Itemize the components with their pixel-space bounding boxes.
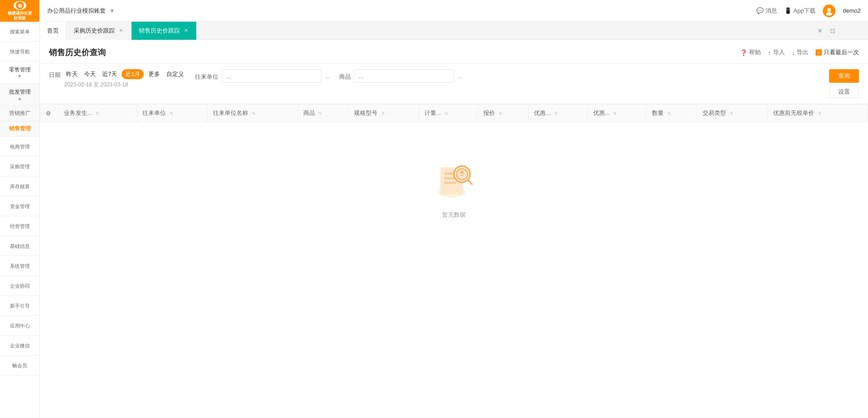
sort-partner-name-icon: ⇅ — [252, 111, 255, 116]
topbar-right: 💬 消息 📱 App下载 demo2 — [756, 5, 861, 17]
tab-purchase-history[interactable]: 采购历史价跟踪 ✕ — [66, 22, 132, 40]
filter-actions: 查询 设置 — [829, 69, 859, 98]
col-business-date[interactable]: 业务发生... ⇅ — [58, 104, 137, 122]
filter-bar: 日期 昨天 今天 近7天 近1月 更多 自定义 2023-02-18 至 202… — [40, 64, 868, 104]
sidebar-item-quick-nav[interactable]: 快捷导航 — [0, 42, 39, 62]
sidebar-item-system[interactable]: 系统管理 — [0, 256, 39, 276]
tab-sales-history[interactable]: 销售历史价跟踪 ✕ — [132, 22, 197, 40]
col-discount-rate[interactable]: 优惠... ⇅ — [528, 104, 587, 122]
sidebar-item-app-center[interactable]: 应用中心 — [0, 316, 39, 336]
empty-state: 暂无数据 — [40, 122, 868, 255]
col-quote-price[interactable]: 报价 ⇅ — [478, 104, 528, 122]
page-header: 销售历史价查询 ❓ 帮助 ↑ 导入 ↓ 导出 ✓ 只看最后一次 — [40, 40, 868, 64]
goods-filter-label: 商品 — [339, 71, 351, 81]
partner-dots: ... — [325, 73, 330, 80]
sidebar-item-finance[interactable]: 资金管理 — [0, 196, 39, 216]
date-filter-group: 日期 昨天 今天 近7天 近1月 更多 自定义 2023-02-18 至 202… — [49, 69, 186, 89]
download-icon: 📱 — [784, 7, 792, 14]
sort-discount-rate-icon: ⇅ — [554, 111, 558, 116]
main-area: 办公用品行业模拟账套 ▼ 💬 消息 📱 App下载 demo2 首页 采购历史价… — [40, 0, 868, 418]
sidebar-item-search-menu[interactable]: 搜索菜单 — [0, 22, 39, 42]
svg-point-3 — [826, 12, 832, 15]
close-all-tabs-button[interactable]: ✕ — [816, 26, 825, 35]
sidebar-item-wholesale-mgmt[interactable]: 批发管理 ▲ — [0, 84, 39, 106]
user-avatar — [823, 5, 835, 17]
date-option-more[interactable]: 更多 — [146, 69, 162, 79]
maximize-button[interactable]: ⊡ — [828, 26, 837, 35]
date-option-custom[interactable]: 自定义 — [165, 69, 186, 79]
col-goods[interactable]: 商品 ⇅ — [297, 104, 348, 122]
empty-text: 暂无数据 — [442, 211, 466, 219]
col-unit[interactable]: 计量... ⇅ — [419, 104, 477, 122]
import-button[interactable]: ↑ 导入 — [768, 48, 785, 57]
sidebar-item-purchase[interactable]: 采购管理 — [0, 157, 39, 176]
date-option-yesterday[interactable]: 昨天 — [64, 69, 80, 79]
svg-rect-13 — [460, 175, 464, 176]
col-settings[interactable]: ⚙ — [40, 104, 58, 122]
app-download-button[interactable]: 📱 App下载 — [784, 7, 816, 15]
sidebar-item-corp-wechat[interactable]: 企业微信 — [0, 336, 39, 356]
message-button[interactable]: 💬 消息 — [756, 7, 777, 15]
sidebar-item-sales-mgmt[interactable]: 销售管理 — [0, 121, 39, 137]
partner-filter-label: 往来单位 — [195, 71, 218, 81]
svg-rect-8 — [444, 182, 457, 184]
help-button[interactable]: ❓ 帮助 — [740, 48, 761, 57]
svg-text:畅: 畅 — [18, 4, 22, 8]
svg-point-2 — [827, 8, 831, 12]
dropdown-icon[interactable]: ▼ — [109, 8, 115, 14]
sort-spec-icon: ⇅ — [381, 111, 385, 116]
table-header: ⚙ 业务发生... ⇅ 往来单位 ⇅ 往来单位名称 ⇅ — [40, 104, 868, 122]
sidebar-item-marketing[interactable]: 营销推广 — [0, 106, 39, 121]
gear-icon: ⚙ — [46, 110, 51, 117]
sidebar-item-inventory[interactable]: 库存核算 — [0, 176, 39, 196]
sort-quote-price-icon: ⇅ — [499, 111, 502, 116]
query-button[interactable]: 查询 — [829, 69, 859, 83]
tabbar: 首页 采购历史价跟踪 ✕ 销售历史价跟踪 ✕ ✕ ⊡ — [40, 22, 868, 40]
sidebar-item-retail-mgmt[interactable]: 零售管理 ▼ — [0, 62, 39, 84]
sort-business-date-icon: ⇅ — [95, 111, 99, 116]
sidebar-item-basic-info[interactable]: 基础信息 — [0, 236, 39, 256]
page-header-actions: ❓ 帮助 ↑ 导入 ↓ 导出 ✓ 只看最后一次 — [740, 48, 859, 57]
export-button[interactable]: ↓ 导出 — [792, 48, 809, 57]
username-label[interactable]: demo2 — [843, 7, 861, 14]
tab-home[interactable]: 首页 — [40, 22, 66, 40]
only-last-checkbox[interactable]: ✓ 只看最后一次 — [816, 48, 859, 57]
topbar-left: 办公用品行业模拟账套 ▼ — [47, 7, 756, 15]
sort-goods-icon: ⇅ — [318, 111, 322, 116]
app-subtitle: 标准版 — [14, 16, 26, 21]
empty-icon — [431, 158, 476, 204]
sidebar-item-guide[interactable]: 新手引导 — [0, 296, 39, 316]
col-partner-code[interactable]: 往来单位 ⇅ — [137, 104, 208, 122]
logo-text: 畅捷通好生意 — [8, 11, 32, 16]
close-sales-tab-button[interactable]: ✕ — [183, 28, 189, 34]
sort-trade-type-icon: ⇅ — [730, 111, 733, 116]
date-option-1month[interactable]: 近1月 — [122, 69, 144, 79]
partner-input[interactable] — [222, 69, 321, 83]
col-partner-name[interactable]: 往来单位名称 ⇅ — [208, 104, 298, 122]
col-trade-type[interactable]: 交易类型 ⇅ — [697, 104, 768, 122]
sidebar-item-member[interactable]: 畅会员 — [0, 356, 39, 375]
col-discount-price[interactable]: 优惠... ⇅ — [587, 104, 646, 122]
col-quantity[interactable]: 数量 ⇅ — [646, 104, 697, 122]
sidebar-item-ecommerce[interactable]: 电商管理 — [0, 137, 39, 157]
sidebar-item-operations[interactable]: 经营管理 — [0, 216, 39, 236]
export-icon: ↓ — [792, 49, 795, 56]
date-filter-label: 日期 — [49, 69, 61, 79]
sort-quantity-icon: ⇅ — [667, 111, 671, 116]
topbar: 办公用品行业模拟账套 ▼ 💬 消息 📱 App下载 demo2 — [40, 0, 868, 22]
date-option-today[interactable]: 今天 — [82, 69, 98, 79]
close-purchase-tab-button[interactable]: ✕ — [118, 28, 124, 34]
logo-icon: 畅 — [14, 1, 26, 10]
table-wrapper: ⚙ 业务发生... ⇅ 往来单位 ⇅ 往来单位名称 ⇅ — [40, 104, 868, 255]
svg-line-11 — [468, 180, 472, 184]
col-pre-tax-price[interactable]: 优惠前无税单价 ⇅ — [768, 104, 868, 122]
date-option-7days[interactable]: 近7天 — [100, 69, 119, 79]
partner-filter-group: 往来单位 ... — [195, 69, 330, 83]
sidebar-item-enterprise[interactable]: 企业协同 — [0, 276, 39, 296]
sort-partner-code-icon: ⇅ — [170, 111, 173, 116]
col-spec[interactable]: 规格型号 ⇅ — [348, 104, 419, 122]
message-icon: 💬 — [756, 7, 764, 14]
settings-button[interactable]: 设置 — [829, 86, 859, 98]
sort-pre-tax-price-icon: ⇅ — [818, 111, 821, 116]
goods-input[interactable] — [354, 69, 454, 83]
